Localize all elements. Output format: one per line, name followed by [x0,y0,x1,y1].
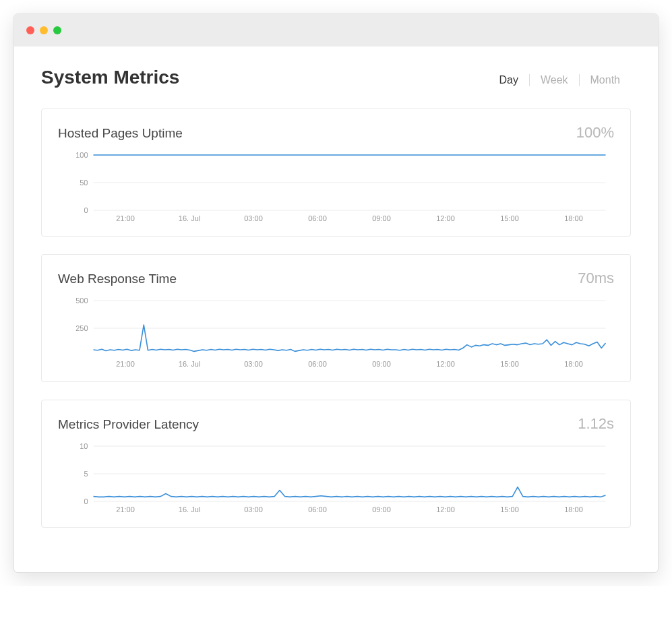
svg-text:100: 100 [75,151,88,159]
range-tabs: Day Week Month [488,74,631,86]
card-value: 70ms [578,270,614,287]
svg-text:06:00: 06:00 [308,214,327,222]
tab-day[interactable]: Day [488,74,528,86]
svg-text:09:00: 09:00 [372,505,391,514]
svg-text:5: 5 [84,470,88,478]
chart-response-time: 25050021:0016. Jul03:0006:0009:0012:0015… [58,297,614,371]
card-title: Metrics Provider Latency [58,417,199,432]
card-title: Web Response Time [58,272,177,286]
svg-text:21:00: 21:00 [116,214,135,222]
chart-latency: 051021:0016. Jul03:0006:0009:0012:0015:0… [58,442,614,516]
svg-text:18:00: 18:00 [564,505,583,514]
svg-text:06:00: 06:00 [308,360,327,368]
svg-text:09:00: 09:00 [372,214,391,222]
svg-text:09:00: 09:00 [372,360,391,368]
svg-text:0: 0 [84,206,88,214]
svg-text:12:00: 12:00 [436,214,455,222]
card-uptime: Hosted Pages Uptime 100% 05010021:0016. … [41,108,631,237]
svg-text:15:00: 15:00 [500,360,519,368]
svg-text:500: 500 [75,297,88,305]
svg-text:03:00: 03:00 [244,214,263,222]
maximize-icon[interactable] [53,26,61,34]
svg-text:12:00: 12:00 [436,505,455,514]
svg-text:250: 250 [75,324,88,332]
svg-text:21:00: 21:00 [116,360,135,368]
chart-uptime: 05010021:0016. Jul03:0006:0009:0012:0015… [58,151,614,225]
close-icon[interactable] [26,26,34,34]
svg-text:06:00: 06:00 [308,505,327,514]
tab-month[interactable]: Month [580,74,631,86]
svg-text:15:00: 15:00 [500,214,519,222]
svg-text:21:00: 21:00 [116,505,135,514]
minimize-icon[interactable] [40,26,48,34]
card-latency: Metrics Provider Latency 1.12s 051021:00… [41,400,631,528]
svg-text:18:00: 18:00 [564,360,583,368]
titlebar [14,14,658,46]
tab-week[interactable]: Week [530,74,579,86]
svg-text:16. Jul: 16. Jul [179,505,200,514]
app-window: System Metrics Day Week Month Hosted Pag… [13,13,659,573]
card-response-time: Web Response Time 70ms 25050021:0016. Ju… [41,254,631,382]
svg-text:03:00: 03:00 [244,505,263,514]
svg-text:50: 50 [80,179,88,187]
svg-text:16. Jul: 16. Jul [179,214,200,222]
svg-text:03:00: 03:00 [244,360,263,368]
card-value: 100% [576,124,614,142]
content: System Metrics Day Week Month Hosted Pag… [14,46,658,572]
svg-text:0: 0 [84,497,88,505]
card-value: 1.12s [578,415,614,433]
svg-text:15:00: 15:00 [500,505,519,514]
card-title: Hosted Pages Uptime [58,126,183,141]
svg-text:10: 10 [80,442,88,450]
svg-text:16. Jul: 16. Jul [179,360,200,368]
page-title: System Metrics [41,67,179,88]
svg-text:12:00: 12:00 [436,360,455,368]
svg-text:18:00: 18:00 [564,214,583,222]
